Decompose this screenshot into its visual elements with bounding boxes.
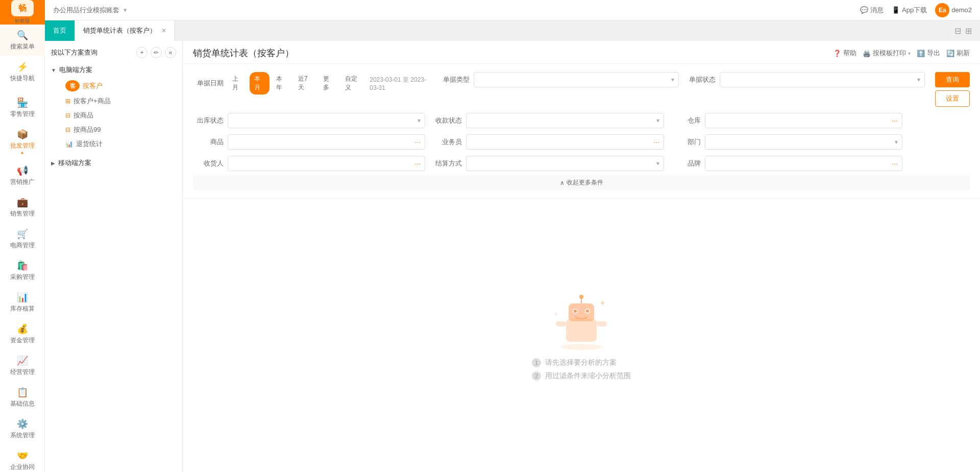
sidebar-item-cooperation-label: 企业协同 <box>10 463 35 471</box>
sidebar-item-inventory-label: 库存核算 <box>10 304 35 313</box>
order-type-select[interactable]: ▾ <box>474 72 679 87</box>
app-logo[interactable]: 畅 标账版 <box>0 0 45 25</box>
help-btn[interactable]: ❓ 帮助 <box>833 49 856 58</box>
date-btn-more[interactable]: 更多 <box>318 72 338 95</box>
sidebar-item-purchase[interactable]: 🛍️ 采购管理 <box>0 255 45 287</box>
tree-item-by-goods[interactable]: ⊟ 按商品 <box>51 108 176 123</box>
warehouse-select[interactable]: ··· <box>705 113 902 128</box>
date-btn-this-year[interactable]: 本年 <box>272 72 291 95</box>
svg-text:✦: ✦ <box>553 311 558 318</box>
receiver-dots[interactable]: ··· <box>415 159 421 168</box>
hint-text-2: 用过滤条件来缩小分析范围 <box>545 371 631 381</box>
tree-desktop-parent[interactable]: ▼ 电脑端方案 <box>51 62 176 78</box>
goods-select[interactable]: ··· <box>228 134 425 150</box>
tree-mobile-parent[interactable]: ▶ 移动端方案 <box>51 155 176 171</box>
inventory-icon: 📊 <box>17 292 28 303</box>
return-stats-icon: 📊 <box>65 140 73 148</box>
export-btn[interactable]: ⬆️ 导出 <box>917 49 940 58</box>
collapse-panel-btn[interactable]: « <box>165 47 176 58</box>
sidebar-item-ecommerce[interactable]: 🛒 电商管理 <box>0 223 45 255</box>
empty-state: ✦ ✦ 1 请先选择要分析的方案 2 用过滤条件来缩小分析范围 <box>183 199 980 472</box>
sidebar-item-quick-nav[interactable]: ⚡ 快捷导航 <box>0 56 45 88</box>
export-icon: ⬆️ <box>917 50 925 57</box>
sidebar-item-finance[interactable]: 💰 资金管理 <box>0 318 45 350</box>
receiver-select[interactable]: ··· <box>228 156 425 171</box>
sidebar-item-system-label: 系统管理 <box>10 431 35 440</box>
sidebar-item-inventory[interactable]: 📊 库存核算 <box>0 287 45 318</box>
page-title-bar: 销货单统计表（按客户） ❓ 帮助 🖨️ 按模板打印 ▾ ⬆️ 导出 <box>183 41 980 64</box>
collapse-more-conditions-btn[interactable]: ∧ 收起更多条件 <box>193 175 970 190</box>
department-chevron: ▾ <box>895 138 898 146</box>
tree-item-return-stats[interactable]: 📊 退货统计 <box>51 137 176 151</box>
warehouse-label: 仓库 <box>670 116 701 125</box>
sidebar-item-search[interactable]: 🔍 搜索菜单 <box>0 25 45 56</box>
ecommerce-icon: 🛒 <box>17 228 28 240</box>
goods-dots[interactable]: ··· <box>415 138 421 146</box>
salesperson-dots[interactable]: ··· <box>653 138 659 146</box>
purchase-icon: 🛍️ <box>17 260 28 271</box>
user-area[interactable]: Ea demo2 <box>935 3 972 17</box>
help-icon: ❓ <box>833 50 841 57</box>
salesperson-select[interactable]: ··· <box>466 134 664 150</box>
tab-close-icon[interactable]: ✕ <box>161 27 166 34</box>
tree-item-by-customer-goods[interactable]: ⊞ 按客户+商品 <box>51 94 176 108</box>
date-btn-custom[interactable]: 自定义 <box>340 72 365 95</box>
tree-mobile-expand-icon: ▶ <box>51 160 55 166</box>
minimize-icon[interactable]: ⊟ <box>954 26 961 36</box>
receive-status-chevron: ▾ <box>656 117 659 124</box>
empty-hints: 1 请先选择要分析的方案 2 用过滤条件来缩小分析范围 <box>532 358 631 381</box>
sidebar-item-cooperation[interactable]: 🤝 企业协同 <box>0 445 45 472</box>
message-icon: 💬 <box>860 6 868 14</box>
add-scheme-btn[interactable]: + <box>136 47 148 58</box>
sidebar-item-basic-info[interactable]: 📋 基础信息 <box>0 382 45 413</box>
settlement-chevron: ▾ <box>656 160 659 167</box>
settings-btn[interactable]: 设置 <box>935 90 970 107</box>
date-btn-last-7days[interactable]: 近7天 <box>293 72 316 95</box>
brand-dots[interactable]: ··· <box>892 159 898 168</box>
message-btn[interactable]: 💬 消息 <box>860 6 884 15</box>
brand-select[interactable]: ··· <box>705 156 902 171</box>
warehouse-dots[interactable]: ··· <box>892 116 898 125</box>
tree-item-by-customer[interactable]: 客 按客户 <box>51 78 176 94</box>
settlement-select[interactable]: ▾ <box>466 156 664 171</box>
collapse-up-icon: ∧ <box>560 179 565 186</box>
tree-item-by-customer-label: 按客户 <box>83 81 103 90</box>
out-status-select[interactable]: ▾ <box>228 113 425 128</box>
app-download-btn[interactable]: 📱 App下载 <box>892 6 927 15</box>
template-print-icon: 🖨️ <box>863 50 871 57</box>
avatar: Ea <box>935 3 949 17</box>
brand-label: 品牌 <box>670 159 701 168</box>
sidebar-item-search-label: 搜索菜单 <box>10 42 35 51</box>
date-range-text: 2023-03-01 至 2023-03-31 <box>370 76 433 91</box>
maximize-icon[interactable]: ⊞ <box>965 26 972 36</box>
sidebar-item-sales-label: 销售管理 <box>10 209 35 218</box>
by-customer-goods-icon: ⊞ <box>65 98 70 105</box>
sidebar-item-marketing[interactable]: 📢 营销推广 <box>0 160 45 192</box>
refresh-icon: 🔄 <box>946 50 954 57</box>
tab-home[interactable]: 首页 <box>45 20 75 41</box>
date-label: 单据日期 <box>193 79 224 88</box>
tab-sales-stats[interactable]: 销货单统计表（按客户） ✕ <box>75 20 175 41</box>
breadcrumb-dropdown-icon[interactable]: ▾ <box>124 6 127 14</box>
date-btn-this-month[interactable]: 本月 <box>250 72 270 95</box>
refresh-btn[interactable]: 🔄 刷新 <box>946 49 970 58</box>
tree-item-by-goods-99[interactable]: ⊟ 按商品99 <box>51 123 176 137</box>
department-select[interactable]: ▾ <box>705 134 902 150</box>
sidebar-item-retail[interactable]: 🏪 零售管理 <box>0 92 45 124</box>
order-status-select[interactable]: ▾ <box>720 72 925 87</box>
out-status-chevron: ▾ <box>418 117 421 124</box>
breadcrumb-text: 办公用品行业模拟账套 <box>53 6 119 15</box>
sidebar-item-sales[interactable]: 💼 销售管理 <box>0 192 45 223</box>
collapse-label: 收起更多条件 <box>567 178 603 187</box>
sidebar-item-wholesale[interactable]: 📦 批发管理 ▲ <box>0 124 45 160</box>
collapse-icon: « <box>169 49 173 56</box>
sidebar: 畅 标账版 🔍 搜索菜单 ⚡ 快捷导航 🏪 零售管理 📦 批发管理 ▲ 📢 营销… <box>0 0 45 472</box>
query-btn[interactable]: 查询 <box>935 72 970 87</box>
sidebar-item-system[interactable]: ⚙️ 系统管理 <box>0 413 45 445</box>
edit-scheme-btn[interactable]: ✏ <box>151 47 162 58</box>
receive-status-select[interactable]: ▾ <box>466 113 664 128</box>
template-print-btn[interactable]: 🖨️ 按模板打印 ▾ <box>863 49 911 58</box>
svg-point-5 <box>586 310 589 313</box>
date-btn-last-month[interactable]: 上月 <box>228 72 248 95</box>
sidebar-item-operations[interactable]: 📈 经营管理 <box>0 350 45 382</box>
